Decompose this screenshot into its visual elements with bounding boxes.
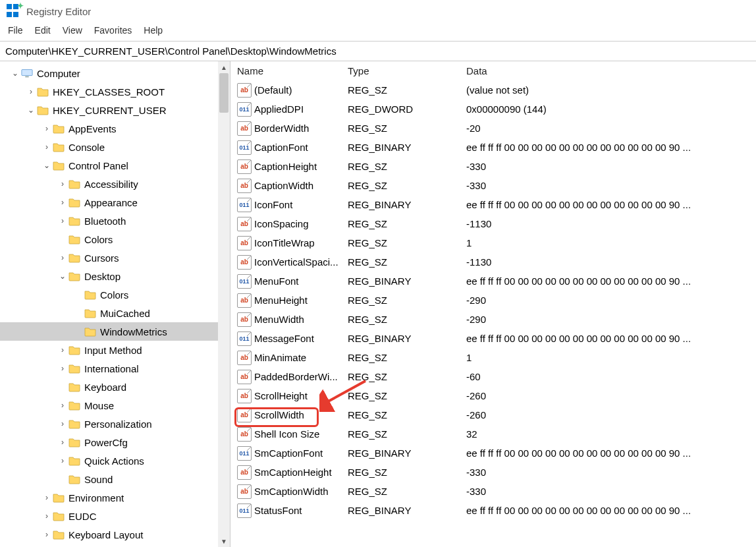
address-bar[interactable]: Computer\HKEY_CURRENT_USER\Control Panel… — [0, 42, 756, 61]
tree-item[interactable]: ›Keyboard Layout — [0, 525, 230, 544]
value-row[interactable]: 011StatusFontREG_BINARYee ff ff ff 00 00… — [230, 501, 756, 520]
value-type: REG_SZ — [348, 256, 466, 268]
string-value-icon: ab — [237, 121, 252, 136]
expander-icon[interactable]: ⌄ — [41, 161, 53, 170]
expander-icon[interactable]: › — [57, 419, 68, 428]
value-row[interactable]: abMenuHeightREG_SZ-290 — [230, 291, 756, 310]
expander-icon[interactable]: › — [57, 438, 68, 447]
tree-item[interactable]: ›Input Method — [0, 341, 230, 359]
expander-icon[interactable]: ⌄ — [25, 105, 37, 115]
expander-icon[interactable]: › — [41, 142, 53, 152]
menu-bar: File Edit View Favorites Help — [0, 22, 756, 41]
value-row[interactable]: abIconSpacingREG_SZ-1130 — [230, 214, 756, 233]
value-row[interactable]: abSmCaptionWidthREG_SZ-330 — [230, 482, 756, 501]
value-row[interactable]: abCaptionWidthREG_SZ-330 — [230, 176, 756, 195]
tree-item[interactable]: ›Accessibility — [0, 175, 230, 193]
tree-label: EUDC — [68, 511, 97, 522]
value-row[interactable]: abCaptionHeightREG_SZ-330 — [230, 157, 756, 176]
value-type: REG_BINARY — [348, 275, 466, 287]
value-row[interactable]: 011IconFontREG_BINARYee ff ff ff 00 00 0… — [230, 195, 756, 214]
value-row[interactable]: abIconTitleWrapREG_SZ1 — [230, 233, 756, 252]
expander-icon[interactable]: › — [25, 87, 37, 96]
tree-item[interactable]: ›MuiCached — [0, 304, 230, 322]
col-header-data[interactable]: Data — [466, 65, 756, 76]
col-header-name[interactable]: Name — [237, 65, 348, 76]
value-row[interactable]: abScrollWidthREG_SZ-260 — [230, 405, 756, 424]
scroll-thumb[interactable] — [219, 73, 229, 113]
expander-icon[interactable]: › — [57, 401, 68, 410]
value-row[interactable]: 011SmCaptionFontREG_BINARYee ff ff ff 00… — [230, 444, 756, 463]
tree-item[interactable]: ›Quick Actions — [0, 451, 230, 470]
tree-item[interactable]: ›Mouse — [0, 396, 230, 415]
folder-icon — [37, 105, 49, 115]
value-name: IconTitleWrap — [254, 237, 348, 248]
col-header-type[interactable]: Type — [348, 65, 466, 76]
menu-view[interactable]: View — [63, 25, 82, 36]
value-row[interactable]: abShell Icon SizeREG_SZ32 — [230, 424, 756, 444]
tree-item[interactable]: ⌄Control Panel — [0, 156, 230, 175]
tree-item[interactable]: ⌄Computer — [0, 64, 230, 82]
expander-icon[interactable]: › — [57, 198, 68, 207]
expander-icon[interactable]: › — [41, 124, 53, 133]
tree-item[interactable]: ›Personalization — [0, 415, 230, 433]
value-row[interactable]: 011MessageFontREG_BINARYee ff ff ff 00 0… — [230, 329, 756, 348]
value-row[interactable]: abSmCaptionHeightREG_SZ-330 — [230, 463, 756, 482]
value-row[interactable]: abIconVerticalSpaci...REG_SZ-1130 — [230, 252, 756, 272]
expander-icon[interactable]: › — [41, 530, 53, 539]
folder-icon — [68, 437, 80, 447]
expander-icon[interactable]: › — [41, 493, 53, 502]
value-name: ScrollHeight — [254, 390, 348, 401]
tree-item[interactable]: ›EUDC — [0, 507, 230, 525]
tree-item[interactable]: ⌄Desktop — [0, 267, 230, 285]
tree-item[interactable]: ›Sound — [0, 470, 230, 488]
value-type: REG_SZ — [348, 486, 466, 497]
tree-item[interactable]: ›Cursors — [0, 248, 230, 267]
value-row[interactable]: abScrollHeightREG_SZ-260 — [230, 386, 756, 405]
expander-icon[interactable]: › — [57, 253, 68, 262]
tree-item[interactable]: ›Console — [0, 138, 230, 156]
tree-item[interactable]: ⌄HKEY_CURRENT_USER — [0, 101, 230, 119]
tree-item[interactable]: ›Keyboard — [0, 378, 230, 396]
scroll-up-icon[interactable]: ▲ — [218, 61, 230, 73]
value-row[interactable]: abBorderWidthREG_SZ-20 — [230, 119, 756, 138]
tree-item[interactable]: ›Bluetooth — [0, 212, 230, 230]
scroll-down-icon[interactable]: ▼ — [218, 535, 230, 547]
expander-icon[interactable]: › — [57, 216, 68, 225]
value-row[interactable]: 011MenuFontREG_BINARYee ff ff ff 00 00 0… — [230, 272, 756, 291]
menu-help[interactable]: Help — [144, 25, 163, 36]
expander-icon[interactable]: › — [57, 345, 68, 355]
expander-icon[interactable]: ⌄ — [9, 69, 21, 78]
tree-item[interactable]: ›PowerCfg — [0, 433, 230, 451]
value-row[interactable]: abPaddedBorderWi...REG_SZ-60 — [230, 367, 756, 386]
value-data: -290 — [466, 314, 756, 325]
string-value-icon: ab — [237, 83, 252, 98]
tree-item[interactable]: ›WindowMetrics — [0, 322, 230, 341]
expander-icon[interactable]: › — [57, 456, 68, 465]
tree-label: Personalization — [84, 418, 152, 430]
expander-icon[interactable]: › — [57, 179, 68, 188]
expander-icon[interactable]: › — [57, 364, 68, 373]
string-value-icon: ab — [237, 351, 252, 365]
tree-scrollbar[interactable]: ▲ ▼ — [218, 61, 230, 547]
tree-label: Quick Actions — [84, 455, 144, 467]
value-name: SmCaptionHeight — [254, 467, 348, 478]
tree-item[interactable]: ›Colors — [0, 285, 230, 304]
tree-item[interactable]: ›Appearance — [0, 193, 230, 212]
expander-icon[interactable]: ⌄ — [57, 272, 68, 281]
value-row[interactable]: abMinAnimateREG_SZ1 — [230, 348, 756, 367]
expander-icon[interactable]: › — [41, 511, 53, 521]
value-row[interactable]: abMenuWidthREG_SZ-290 — [230, 310, 756, 329]
menu-file[interactable]: File — [8, 25, 23, 36]
tree-item[interactable]: ›Environment — [0, 488, 230, 507]
value-name: IconSpacing — [254, 218, 348, 229]
value-row[interactable]: ab(Default)REG_SZ(value not set) — [230, 80, 756, 100]
tree-item[interactable]: ›HKEY_CLASSES_ROOT — [0, 82, 230, 101]
value-row[interactable]: 011AppliedDPIREG_DWORD0x00000090 (144) — [230, 100, 756, 119]
value-data: 32 — [466, 428, 756, 440]
tree-item[interactable]: ›AppEvents — [0, 119, 230, 138]
menu-favorites[interactable]: Favorites — [94, 25, 132, 36]
tree-item[interactable]: ›International — [0, 359, 230, 378]
tree-item[interactable]: ›Colors — [0, 230, 230, 248]
value-row[interactable]: 011CaptionFontREG_BINARYee ff ff ff 00 0… — [230, 138, 756, 157]
menu-edit[interactable]: Edit — [35, 25, 51, 36]
